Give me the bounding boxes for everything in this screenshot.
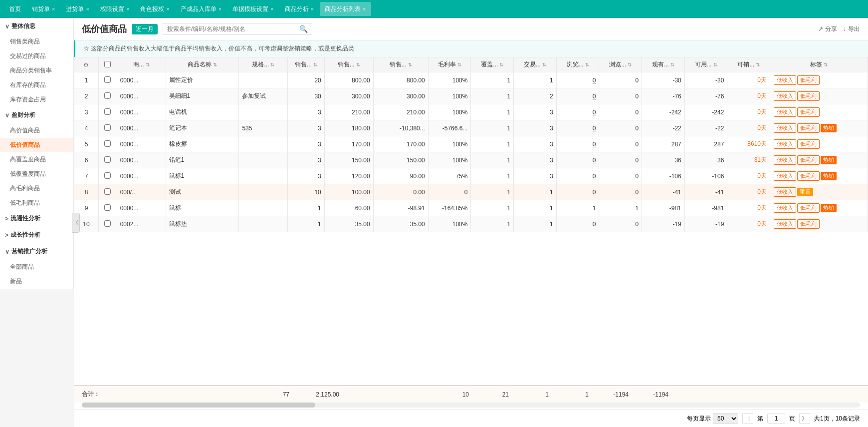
sidebar-group-flow[interactable]: > 流通性分析 <box>0 210 73 227</box>
sidebar-item-high-value[interactable]: 高价值商品 <box>0 123 73 138</box>
th-code[interactable]: 商...⇅ <box>117 57 166 72</box>
row-checkbox-cell[interactable] <box>98 72 117 88</box>
share-btn[interactable]: ↗ 分享 <box>818 25 837 33</box>
views-link[interactable]: 0 <box>593 141 596 148</box>
th-sales-amount[interactable]: 销售...⇅ <box>373 57 428 72</box>
th-sales-qty[interactable]: 销售...⇅ <box>288 57 324 72</box>
sidebar-item-traded[interactable]: 交易过的商品 <box>0 49 73 63</box>
nav-permissions[interactable]: 权限设置 × <box>95 2 134 16</box>
nav-home[interactable]: 首页 <box>4 2 26 16</box>
row-checkbox-cell[interactable] <box>98 168 117 184</box>
th-stock2[interactable]: 可用...⇅ <box>684 57 727 72</box>
row-checkbox-cell[interactable] <box>98 216 117 232</box>
views-link[interactable]: 0 <box>593 173 596 180</box>
views-link[interactable]: 0 <box>593 77 596 84</box>
views-link[interactable]: 0 <box>593 189 596 196</box>
row-checkbox[interactable] <box>104 92 111 99</box>
th-tags[interactable]: 标签⇅ <box>770 57 868 72</box>
row-checkbox[interactable] <box>104 188 111 195</box>
sidebar-collapse-btn[interactable]: 《 <box>72 213 80 233</box>
row-views1[interactable]: 0 <box>556 120 599 136</box>
row-checkbox[interactable] <box>104 108 111 115</box>
sidebar-item-sales-products[interactable]: 销售类商品 <box>0 34 73 49</box>
next-page-btn[interactable]: 》 <box>799 413 810 424</box>
sidebar-item-all-products[interactable]: 全部商品 <box>0 260 73 274</box>
th-sellable[interactable]: 可销...⇅ <box>727 57 770 72</box>
th-name[interactable]: 商品名称⇅ <box>166 57 239 72</box>
row-checkbox-cell[interactable] <box>98 152 117 168</box>
row-views1[interactable]: 0 <box>556 136 599 152</box>
row-views1[interactable]: 0 <box>556 72 599 88</box>
sidebar-item-category-rate[interactable]: 商品分类销售率 <box>0 63 73 78</box>
row-views1[interactable]: 0 <box>556 168 599 184</box>
row-checkbox-cell[interactable] <box>98 120 117 136</box>
views-link[interactable]: 0 <box>593 157 596 164</box>
row-views1[interactable]: 0 <box>556 184 599 200</box>
sidebar-group-marketing[interactable]: ∨ 营销推广分析 <box>0 243 73 260</box>
th-views2[interactable]: 浏览...⇅ <box>599 57 642 72</box>
views-link[interactable]: 0 <box>593 125 596 132</box>
time-tag-btn[interactable]: 近一月 <box>132 24 158 34</box>
row-checkbox[interactable] <box>104 124 111 131</box>
sidebar-group-growth[interactable]: > 成长性分析 <box>0 227 73 243</box>
th-profit-rate[interactable]: 毛利率⇅ <box>428 57 471 72</box>
page-size-dropdown[interactable]: 50 100 200 <box>713 413 738 424</box>
sidebar-item-low-profit[interactable]: 低毛利商品 <box>0 196 73 210</box>
row-views1[interactable]: 0 <box>556 88 599 104</box>
th-stock1[interactable]: 现有...⇅ <box>642 57 685 72</box>
sidebar-group-profit[interactable]: ∨ 盈财分析 <box>0 107 73 123</box>
nav-analysis-close[interactable]: × <box>311 6 314 12</box>
th-settings[interactable]: ⚙ <box>74 57 99 72</box>
sidebar-item-capital[interactable]: 库存资金占用 <box>0 92 73 107</box>
nav-analysis-list[interactable]: 商品分析列表 × <box>320 2 371 16</box>
row-checkbox-cell[interactable] <box>98 184 117 200</box>
select-all-checkbox[interactable] <box>104 61 111 67</box>
row-checkbox[interactable] <box>104 76 111 83</box>
sidebar-item-low-value[interactable]: 低价值商品 <box>0 138 73 152</box>
th-checkbox[interactable] <box>98 57 117 72</box>
row-views1[interactable]: 1 <box>556 200 599 216</box>
nav-sales[interactable]: 销货单 × <box>27 2 60 16</box>
export-btn[interactable]: ↓ 导出 <box>843 25 860 33</box>
sidebar-item-in-stock[interactable]: 有库存的商品 <box>0 78 73 92</box>
views-link[interactable]: 1 <box>593 205 596 212</box>
nav-roles-close[interactable]: × <box>166 6 169 12</box>
nav-template[interactable]: 单据模板设置 × <box>227 2 278 16</box>
nav-sales-close[interactable]: × <box>52 6 55 12</box>
sidebar-item-high-coverage[interactable]: 高覆盖度商品 <box>0 152 73 167</box>
search-input[interactable] <box>167 25 296 32</box>
horizontal-scrollbar[interactable] <box>82 403 860 408</box>
th-coverage[interactable]: 覆盖...⇅ <box>471 57 514 72</box>
nav-permissions-close[interactable]: × <box>126 6 129 12</box>
row-checkbox-cell[interactable] <box>98 200 117 216</box>
row-checkbox[interactable] <box>104 204 111 211</box>
views-link[interactable]: 0 <box>593 109 596 116</box>
search-icon[interactable]: 🔍 <box>299 25 308 33</box>
sidebar-item-new-products[interactable]: 新品 <box>0 274 73 289</box>
sidebar-group-general[interactable]: ∨ 整体信息 <box>0 18 73 34</box>
th-trade[interactable]: 交易...⇅ <box>514 57 557 72</box>
views-link[interactable]: 0 <box>593 221 596 228</box>
page-number-input[interactable] <box>767 414 785 424</box>
row-checkbox[interactable] <box>104 156 111 163</box>
row-checkbox[interactable] <box>104 220 111 227</box>
scroll-thumb[interactable] <box>82 403 315 408</box>
row-views1[interactable]: 0 <box>556 152 599 168</box>
row-checkbox[interactable] <box>104 140 111 147</box>
sidebar-item-low-coverage[interactable]: 低覆盖度商品 <box>0 167 73 181</box>
th-spec[interactable]: 规格...⇅ <box>239 57 288 72</box>
nav-analysis-list-close[interactable]: × <box>363 6 366 12</box>
nav-warehouse-close[interactable]: × <box>218 6 221 12</box>
first-page-btn[interactable]: 《 <box>742 413 753 424</box>
row-checkbox-cell[interactable] <box>98 88 117 104</box>
nav-purchase[interactable]: 进货单 × <box>61 2 94 16</box>
nav-warehouse[interactable]: 产成品入库单 × <box>176 2 226 16</box>
nav-template-close[interactable]: × <box>270 6 273 12</box>
row-checkbox-cell[interactable] <box>98 136 117 152</box>
views-link[interactable]: 0 <box>593 93 596 100</box>
row-checkbox[interactable] <box>104 172 111 179</box>
nav-purchase-close[interactable]: × <box>86 6 89 12</box>
nav-roles[interactable]: 角色授权 × <box>135 2 174 16</box>
th-views1[interactable]: 浏览...⇅ <box>556 57 599 72</box>
row-views1[interactable]: 0 <box>556 216 599 232</box>
